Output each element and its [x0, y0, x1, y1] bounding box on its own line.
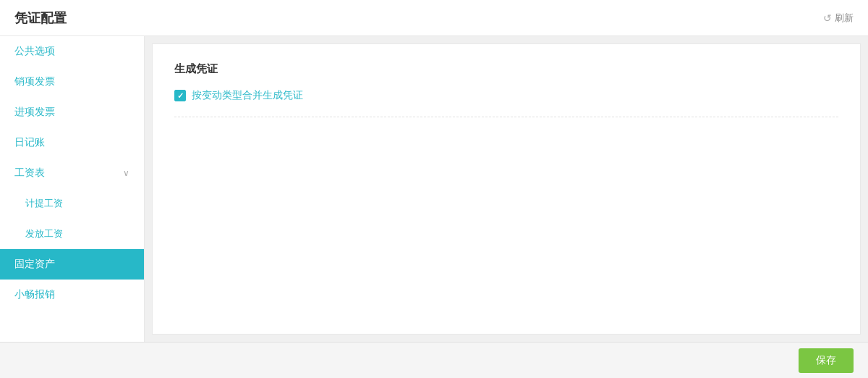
sidebar-item-label: 计提工资 [25, 197, 63, 210]
sidebar-item-label: 销项发票 [14, 75, 55, 88]
merge-voucher-checkbox[interactable] [174, 90, 186, 101]
sidebar-item-petty-cash[interactable]: 小畅报销 [0, 280, 144, 310]
sidebar-item-issue-payroll[interactable]: 发放工资 [0, 219, 144, 249]
sidebar-item-label: 日记账 [14, 136, 45, 149]
sidebar-item-fixed-assets[interactable]: 固定资产 [0, 249, 144, 280]
sidebar-item-label: 进项发票 [14, 106, 55, 119]
section-divider [174, 117, 838, 117]
sidebar-item-label: 固定资产 [14, 258, 55, 271]
content-panel: 生成凭证 按变动类型合并生成凭证 [152, 43, 861, 335]
sidebar-item-journal[interactable]: 日记账 [0, 127, 144, 158]
checkbox-row: 按变动类型合并生成凭证 [174, 89, 838, 102]
sidebar-item-label: 公共选项 [14, 45, 55, 58]
sidebar-item-public-options[interactable]: 公共选项 [0, 36, 144, 67]
footer: 保存 [0, 342, 868, 378]
sidebar-item-label: 工资表 [14, 167, 45, 180]
refresh-button[interactable]: ↺ 刷新 [823, 12, 854, 25]
sidebar-item-calc-payroll[interactable]: 计提工资 [0, 188, 144, 219]
merge-voucher-label[interactable]: 按变动类型合并生成凭证 [192, 89, 303, 102]
sidebar-item-payroll-table[interactable]: 工资表 ∨ [0, 158, 144, 188]
refresh-label: 刷新 [835, 12, 854, 25]
main-content: 公共选项 销项发票 进项发票 日记账 工资表 ∨ 计提工资 发放工资 [0, 36, 868, 342]
page-wrapper: 凭证配置 ↺ 刷新 公共选项 销项发票 进项发票 日记账 工资表 ∨ [0, 0, 868, 378]
sidebar: 公共选项 销项发票 进项发票 日记账 工资表 ∨ 计提工资 发放工资 [0, 36, 145, 342]
header: 凭证配置 ↺ 刷新 [0, 0, 868, 36]
save-button[interactable]: 保存 [799, 348, 854, 373]
chevron-down-icon: ∨ [123, 168, 129, 178]
sidebar-item-label: 小畅报销 [14, 288, 55, 301]
sidebar-item-sales-invoice[interactable]: 销项发票 [0, 67, 144, 97]
sidebar-item-label: 发放工资 [25, 227, 63, 240]
page-title: 凭证配置 [14, 9, 67, 27]
sidebar-item-purchase-invoice[interactable]: 进项发票 [0, 97, 144, 127]
section-title: 生成凭证 [174, 62, 838, 76]
refresh-icon: ↺ [823, 12, 832, 24]
